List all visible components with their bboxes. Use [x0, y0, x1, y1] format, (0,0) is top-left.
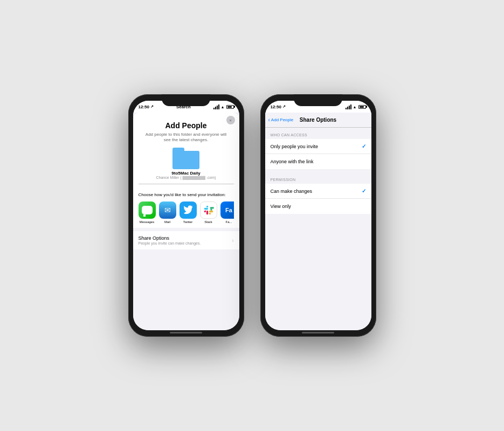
permission-header: PERMISSION	[265, 172, 371, 184]
signal-bars-1	[213, 105, 219, 109]
phone-notch-2	[294, 94, 342, 106]
status-bar-left-1: 12:50 ↗	[139, 105, 154, 109]
share-options-chevron: ›	[232, 238, 233, 244]
share-options-screen: ‹ Add People Share Options WHO CAN ACCES…	[265, 113, 371, 330]
twitter-app-item[interactable]: Twitter	[179, 201, 197, 224]
can-make-changes-label: Can make changes	[271, 189, 313, 194]
more-icon: Fa	[220, 201, 234, 219]
home-indicator-1	[170, 332, 202, 333]
share-options-text: Share Options People you invite can make…	[139, 235, 201, 245]
can-make-changes-row[interactable]: Can make changes ✓	[265, 184, 371, 199]
phone-screen-1: 12:50 ↗ Search ▲	[133, 101, 239, 330]
modal-title: Add People	[139, 121, 234, 130]
modal-header: × Add People Add people to this folder a…	[133, 113, 239, 188]
messages-label: Messages	[140, 220, 154, 224]
time-2: 12:50	[271, 105, 281, 109]
permission-list: Can make changes ✓ View only	[265, 184, 371, 214]
can-make-changes-checkmark: ✓	[362, 188, 366, 194]
modal-container: × Add People Add people to this folder a…	[133, 113, 239, 330]
messages-app-item[interactable]: Messages	[139, 201, 156, 224]
share-options-screen-title: Share Options	[300, 117, 336, 123]
home-indicator-2	[302, 332, 334, 333]
back-chevron-icon: ‹	[268, 117, 270, 123]
folder-icon-container: 9to5Mac Daily Chance Miller ( ██████████…	[139, 148, 234, 179]
view-only-row[interactable]: View only	[265, 199, 371, 214]
app-icons-row: Messages ✉ Mail	[139, 201, 234, 224]
modal-subtitle: Add people to this folder and everyone w…	[139, 132, 234, 143]
folder-name: 9to5Mac Daily	[139, 171, 234, 176]
invitation-section: Choose how you'd like to send your invit…	[133, 188, 239, 228]
modal-close-button[interactable]: ×	[226, 116, 235, 124]
wifi-icon-2: ▲	[353, 105, 357, 109]
back-button[interactable]: ‹ Add People	[268, 117, 294, 123]
who-can-access-header: WHO CAN ACCESS	[265, 128, 371, 139]
share-options-title: Share Options	[139, 235, 201, 241]
messages-icon	[139, 201, 156, 219]
who-can-access-list: Only people you invite ✓ Anyone with the…	[265, 139, 371, 169]
slack-icon	[200, 201, 217, 219]
invitation-label: Choose how you'd like to send your invit…	[139, 192, 234, 197]
phone-notch-1	[162, 94, 210, 106]
phone-2: 12:50 ↗ ▲ ‹	[260, 94, 376, 337]
battery-icon-1	[226, 105, 234, 109]
anyone-link-label: Anyone with the link	[271, 159, 314, 164]
status-bar-right-2: ▲	[346, 105, 366, 109]
phone-1: 12:50 ↗ Search ▲	[128, 94, 244, 337]
share-options-subtitle: People you invite can make changes.	[139, 241, 201, 245]
twitter-icon	[179, 201, 197, 219]
location-arrow-icon: ↗	[150, 105, 154, 109]
back-label: Add People	[271, 117, 293, 122]
mail-label: Mail	[164, 220, 170, 224]
slack-app-item[interactable]: Slack	[200, 201, 217, 224]
settings-nav: ‹ Add People Share Options	[265, 113, 371, 128]
slack-label: Slack	[204, 220, 212, 224]
signal-bars-2	[346, 105, 351, 109]
divider-1	[139, 184, 234, 184]
phone-screen-2: 12:50 ↗ ▲ ‹	[265, 101, 371, 330]
mail-icon: ✉	[159, 201, 176, 219]
only-people-label: Only people you invite	[271, 144, 319, 149]
twitter-label: Twitter	[183, 220, 193, 224]
folder-email: Chance Miller ( ██████████ .com)	[139, 176, 234, 179]
battery-icon-2	[358, 105, 366, 109]
location-arrow-icon-2: ↗	[282, 105, 286, 109]
only-people-row[interactable]: Only people you invite ✓	[265, 139, 371, 154]
folder-icon	[172, 148, 199, 169]
wifi-icon-1: ▲	[221, 105, 225, 109]
mail-app-item[interactable]: ✉ Mail	[159, 201, 176, 224]
status-bar-right-1: ▲	[213, 105, 234, 109]
time-1: 12:50	[139, 105, 149, 109]
more-label: Fa...	[225, 220, 232, 224]
view-only-label: View only	[271, 204, 291, 209]
status-bar-left-2: 12:50 ↗	[271, 105, 286, 109]
only-people-checkmark: ✓	[362, 143, 366, 149]
anyone-link-row[interactable]: Anyone with the link	[265, 154, 371, 169]
more-app-item[interactable]: Fa Fa...	[220, 201, 234, 224]
share-options-row[interactable]: Share Options People you invite can make…	[133, 231, 239, 249]
